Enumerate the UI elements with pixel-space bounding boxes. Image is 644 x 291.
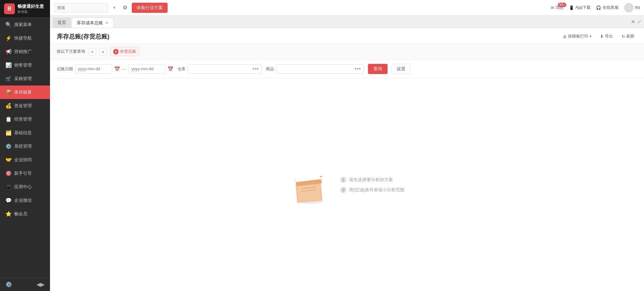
print-template-btn[interactable]: 🖨 按模板打印 ▾	[560, 32, 594, 41]
sidebar-item-label: 采购管理	[14, 76, 32, 82]
apps-icon: 📱	[5, 184, 11, 190]
settings-footer-icon[interactable]: ⚙️	[5, 281, 12, 288]
sidebar-item-member[interactable]: ⭐ 畅会员	[0, 207, 50, 221]
main-area: ▾ ⚙ 体验行业方案 ✉ 消息 99+ 📱 App下载 🎧 在线客服 Rit	[50, 0, 644, 291]
message-icon: ✉	[551, 5, 554, 10]
online-service-btn[interactable]: 🎧 在线客服	[596, 5, 619, 10]
tab-close-icon[interactable]: ✕	[105, 21, 108, 25]
industry-btn[interactable]: 体验行业方案	[132, 3, 168, 13]
sidebar-item-basic[interactable]: 🗂️ 基础信息	[0, 126, 50, 140]
topbar-dropdown-btn[interactable]: ▾	[110, 4, 118, 12]
sidebar-item-label: 应用中心	[14, 184, 32, 190]
filter-collapse-btn[interactable]: «	[99, 48, 107, 55]
print-dropdown-icon: ▾	[590, 34, 591, 38]
maximize-icon[interactable]: ⤢	[637, 19, 641, 24]
close-panel-icon[interactable]: ✕	[631, 19, 635, 25]
app-brand: 畅捷通好生意	[18, 4, 44, 9]
date-start-input[interactable]	[75, 64, 112, 74]
topbar-gear-icon[interactable]: ⚙	[120, 3, 130, 13]
online-service-label: 在线客服	[602, 5, 619, 10]
user-area[interactable]: Rit	[624, 3, 640, 13]
warehouse-field: 仓库 •••	[177, 64, 262, 74]
warehouse-select[interactable]: •••	[188, 64, 262, 74]
collapse-icon[interactable]: ◀▶	[36, 281, 45, 288]
product-label: 商品	[266, 66, 274, 72]
hint-num-1: 1	[340, 177, 346, 183]
sidebar-item-label: 搜索菜单	[14, 22, 32, 28]
warehouse-label: 仓库	[177, 66, 185, 72]
app-download-label: App下载	[575, 5, 591, 10]
settings-form-btn[interactable]: 设置	[392, 64, 411, 74]
shortcut-icon: ⚡	[5, 35, 11, 41]
sidebar-logo: B 畅捷通好生意 标准版	[0, 0, 50, 18]
sidebar: B 畅捷通好生意 标准版 🔍 搜索菜单 ⚡ 快捷导航 📢 营销推广 📊 销售管理…	[0, 0, 50, 291]
product-select[interactable]: •••	[276, 64, 364, 74]
sidebar-item-wechat[interactable]: 💬 企业微信	[0, 194, 50, 207]
sidebar-item-finance[interactable]: 💰 资金管理	[0, 99, 50, 113]
export-icon: ⬆	[600, 34, 603, 39]
enterprise-icon: 🤝	[5, 157, 11, 163]
sidebar-item-sales[interactable]: 📊 销售管理	[0, 58, 50, 72]
topbar-search-input[interactable]	[54, 3, 108, 13]
filter-area: 按以下方案查询 + « ● 存货总账	[50, 44, 644, 60]
topbar-right: ✉ 消息 99+ 📱 App下载 🎧 在线客服 Rit	[551, 3, 640, 13]
sidebar-item-marketing[interactable]: 📢 营销推广	[0, 45, 50, 58]
page-content: 库存总账(存货总账) 🖨 按模板打印 ▾ ⬆ 导出 ↻ 刷新 按以下方案查询	[50, 28, 644, 291]
tab-inventory-cost[interactable]: 库存成本总账 ✕	[72, 18, 114, 28]
app-download-icon: 📱	[569, 5, 574, 10]
export-label: 导出	[605, 33, 613, 39]
tab-home[interactable]: 首页	[53, 18, 71, 28]
date-end-input[interactable]	[128, 64, 166, 74]
marketing-icon: 📢	[5, 49, 11, 55]
calendar-end-icon[interactable]: 📅	[168, 66, 173, 72]
sidebar-item-label: 新手引导	[14, 170, 32, 176]
username-label: Rit	[635, 5, 640, 10]
query-btn[interactable]: 查询	[368, 64, 388, 74]
query-form: 记账日期 📅 — 📅 仓库 ••• 商品 ••• 查询 设置	[50, 60, 644, 78]
sidebar-item-system[interactable]: ⚙️ 系统管理	[0, 140, 50, 153]
sidebar-item-enterprise[interactable]: 🤝 企业协同	[0, 153, 50, 167]
filter-tag-inventory[interactable]: ● 存货总账	[110, 47, 139, 56]
sidebar-item-label: 快捷导航	[14, 35, 32, 41]
export-btn[interactable]: ⬆ 导出	[597, 32, 616, 41]
svg-rect-3	[298, 185, 321, 201]
sidebar-item-label: 营销推广	[14, 49, 32, 55]
sales-icon: 📊	[5, 62, 11, 68]
sidebar-item-label: 企业协同	[14, 157, 32, 163]
sidebar-item-purchase[interactable]: 🛒 采购管理	[0, 72, 50, 86]
sidebar-nav: 🔍 搜索菜单 ⚡ 快捷导航 📢 营销推广 📊 销售管理 🛒 采购管理 📦 库存核…	[0, 18, 50, 277]
empty-hint-2: 2 用[过滤]条件来缩小分析范围	[340, 187, 404, 193]
empty-hint-2-text: 用[过滤]条件来缩小分析范围	[349, 187, 404, 193]
filter-tag-icon: ●	[113, 49, 119, 54]
guide-icon: 🎯	[5, 170, 11, 176]
svg-text:✦: ✦	[294, 179, 296, 182]
refresh-label: 刷新	[626, 33, 635, 39]
inventory-icon: 📦	[5, 89, 11, 95]
member-icon: ⭐	[5, 211, 11, 217]
avatar	[624, 3, 634, 13]
filter-add-btn[interactable]: +	[89, 48, 96, 55]
empty-svg: ✦ ✦	[290, 165, 330, 205]
sidebar-item-search[interactable]: 🔍 搜索菜单	[0, 18, 50, 31]
sidebar-item-apps[interactable]: 📱 应用中心	[0, 180, 50, 194]
sidebar-item-guide[interactable]: 🎯 新手引导	[0, 167, 50, 180]
basic-icon: 🗂️	[5, 130, 11, 136]
calendar-start-icon[interactable]: 📅	[114, 66, 120, 72]
app-logo-text: 畅捷通好生意 标准版	[18, 4, 44, 14]
warehouse-more-icon[interactable]: •••	[252, 66, 259, 73]
sidebar-item-shortcut[interactable]: ⚡ 快捷导航	[0, 31, 50, 45]
filter-label: 按以下方案查询	[57, 49, 85, 54]
svg-text:✦: ✦	[319, 174, 323, 179]
date-label: 记账日期	[57, 66, 73, 72]
sidebar-item-operations[interactable]: 📋 经营管理	[0, 113, 50, 126]
product-more-icon[interactable]: •••	[354, 66, 361, 73]
sidebar-item-label: 销售管理	[14, 62, 32, 68]
refresh-btn[interactable]: ↻ 刷新	[619, 32, 637, 41]
message-btn[interactable]: ✉ 消息 99+	[551, 5, 564, 10]
page-header-actions: 🖨 按模板打印 ▾ ⬆ 导出 ↻ 刷新	[560, 32, 637, 41]
sidebar-item-label: 资金管理	[14, 103, 32, 109]
search-icon: 🔍	[5, 22, 11, 28]
sidebar-item-inventory[interactable]: 📦 库存核算	[0, 86, 50, 99]
page-header: 库存总账(存货总账) 🖨 按模板打印 ▾ ⬆ 导出 ↻ 刷新	[50, 28, 644, 44]
app-download-btn[interactable]: 📱 App下载	[569, 5, 591, 10]
